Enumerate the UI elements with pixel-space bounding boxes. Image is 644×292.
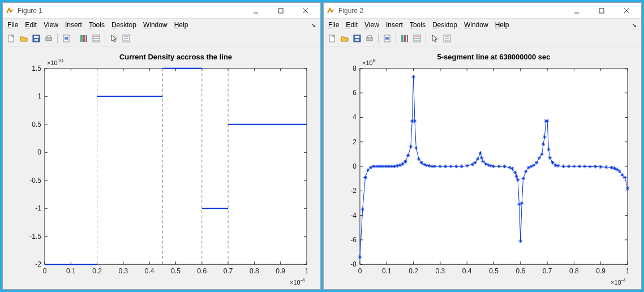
menu-insert[interactable]: Insert — [386, 21, 403, 29]
x-tick-label: 0.4 — [462, 267, 472, 275]
data-marker — [546, 119, 549, 123]
menu-file[interactable]: File — [328, 21, 339, 29]
data-marker — [439, 165, 442, 168]
svg-marker-19 — [111, 35, 117, 42]
figure-2-toolbar — [324, 31, 641, 46]
svg-rect-76 — [404, 35, 406, 42]
menu-view[interactable]: View — [44, 21, 58, 29]
x-tick-label: 0.3 — [119, 267, 128, 275]
data-marker — [516, 178, 520, 182]
maximize-button[interactable] — [589, 3, 614, 19]
svg-rect-77 — [407, 35, 408, 42]
y-tick-label: -2 — [35, 260, 41, 268]
property-inspector-icon[interactable] — [441, 32, 453, 45]
data-marker — [623, 175, 626, 179]
page-setup-icon[interactable] — [60, 32, 72, 45]
x-tick-label: 0.7 — [224, 267, 233, 275]
save-icon[interactable] — [30, 32, 42, 45]
property-inspector-icon[interactable] — [120, 32, 132, 45]
svg-rect-12 — [80, 35, 83, 42]
chart-title: Current Density accross the line — [119, 53, 232, 61]
data-marker — [413, 119, 417, 123]
new-icon[interactable] — [5, 32, 18, 45]
menu-desktop[interactable]: Desktop — [432, 21, 457, 29]
data-marker — [556, 164, 560, 168]
data-marker — [473, 161, 476, 164]
minimize-button[interactable] — [243, 3, 268, 19]
open-icon[interactable] — [18, 32, 30, 45]
maximize-button[interactable] — [268, 3, 293, 19]
menu-window[interactable]: Window — [464, 21, 488, 29]
matlab-logo-icon — [5, 6, 14, 15]
menu-help[interactable]: Help — [174, 21, 188, 29]
x-tick-label: 0.2 — [409, 267, 418, 275]
color-order-icon[interactable] — [398, 32, 411, 45]
data-marker — [361, 208, 364, 211]
y-exponent-label: ×1010 — [47, 58, 63, 66]
data-marker — [492, 165, 495, 168]
figure-2-titlebar[interactable]: Figure 2 — [324, 3, 641, 19]
x-tick-label: 0.6 — [197, 267, 207, 275]
close-button[interactable] — [293, 3, 318, 19]
x-tick-label: 0.1 — [66, 267, 76, 275]
new-icon[interactable] — [326, 32, 338, 45]
menu-dock-icon[interactable]: ↘ — [632, 22, 637, 29]
page-setup-icon[interactable] — [381, 32, 393, 45]
x-tick-label: 0.9 — [596, 267, 606, 275]
x-tick-label: 0.6 — [516, 267, 525, 275]
color-order-icon[interactable] — [78, 32, 90, 45]
svg-rect-24 — [45, 68, 307, 264]
data-marker — [411, 75, 415, 79]
data-marker — [497, 165, 501, 168]
pointer-icon[interactable] — [108, 32, 120, 45]
svg-rect-7 — [35, 39, 38, 41]
svg-rect-74 — [385, 37, 389, 40]
data-marker — [626, 187, 629, 190]
svg-rect-14 — [86, 35, 87, 42]
data-marker — [449, 165, 453, 168]
print-icon[interactable] — [42, 32, 55, 45]
data-marker — [433, 165, 436, 168]
open-icon[interactable] — [338, 32, 351, 45]
figure-2-axes[interactable]: 5-segment line at 638000000 sec×106×10-4… — [326, 48, 639, 287]
menu-edit[interactable]: Edit — [346, 21, 358, 29]
menu-dock-icon[interactable]: ↘ — [311, 22, 316, 29]
y-tick-label: 0.5 — [32, 121, 41, 128]
figure-1-axes[interactable]: Current Density accross the line×1010×10… — [5, 48, 318, 287]
print-icon[interactable] — [363, 32, 376, 45]
data-marker — [479, 151, 482, 154]
figure-2-menubar: File Edit View Insert Tools Desktop Wind… — [324, 19, 641, 31]
x-tick-label: 0.1 — [382, 267, 392, 275]
menu-tools[interactable]: Tools — [410, 21, 426, 29]
menu-desktop[interactable]: Desktop — [111, 21, 136, 29]
menu-view[interactable]: View — [364, 21, 379, 29]
menu-file[interactable]: File — [7, 21, 18, 29]
matlab-logo-icon — [326, 6, 335, 15]
close-button[interactable] — [614, 3, 639, 19]
data-marker — [460, 165, 463, 168]
data-marker — [510, 167, 514, 170]
svg-rect-9 — [47, 36, 50, 38]
x-exponent-label: ×10-4 — [611, 277, 626, 286]
svg-rect-72 — [368, 36, 371, 38]
svg-rect-13 — [83, 35, 85, 42]
pointer-icon[interactable] — [428, 32, 441, 45]
data-marker — [524, 169, 527, 173]
svg-rect-69 — [355, 36, 359, 38]
menu-tools[interactable]: Tools — [89, 21, 105, 29]
menu-help[interactable]: Help — [495, 21, 509, 29]
menu-edit[interactable]: Edit — [25, 21, 37, 29]
data-marker — [417, 157, 420, 161]
data-marker — [470, 163, 474, 166]
figure-1-titlebar[interactable]: Figure 1 — [3, 3, 320, 19]
x-tick-label: 0.5 — [489, 267, 499, 275]
menu-insert[interactable]: Insert — [65, 21, 82, 29]
plot-palette-icon[interactable] — [411, 32, 423, 45]
minimize-button[interactable] — [564, 3, 589, 19]
plot-palette-icon[interactable] — [90, 32, 102, 45]
data-marker — [476, 157, 479, 161]
y-tick-label: -1 — [35, 204, 41, 212]
data-marker — [487, 164, 490, 167]
menu-window[interactable]: Window — [143, 21, 168, 29]
save-icon[interactable] — [351, 32, 363, 45]
